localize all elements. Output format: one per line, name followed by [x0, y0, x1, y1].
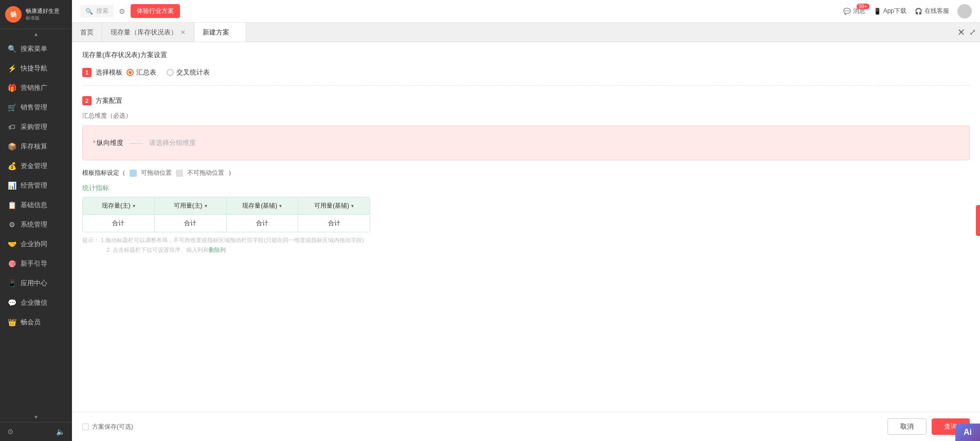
step2-title: 方案配置 [96, 96, 122, 105]
template-radio-group: 汇总表 交叉统计表 [126, 68, 210, 77]
step1-divider [82, 85, 970, 86]
app-name: 畅康通好生意 [26, 7, 60, 15]
topbar-gear-icon[interactable]: ⚙ [119, 7, 125, 15]
undraggable-badge [176, 170, 183, 177]
system-icon: ⚙ [7, 220, 16, 229]
stats-table: 现存量(主) ▾ 可用量(主) ▾ 现存量(基辅) ▾ [82, 197, 370, 232]
stats-col-1[interactable]: 现存量(主) ▾ [83, 197, 155, 214]
radio-summary[interactable]: 汇总表 [126, 68, 156, 77]
stats-col-3[interactable]: 现存量(基辅) ▾ [227, 197, 299, 214]
tab-home-label: 首页 [80, 28, 94, 37]
required-mark: * [93, 139, 96, 146]
sidebar-scroll-up[interactable]: ▲ [0, 29, 72, 39]
sidebar-item-inventory[interactable]: 📦 库存核算 [0, 137, 72, 156]
sidebar-item-purchase-label: 采购管理 [21, 122, 47, 132]
settings-icon[interactable]: ⚙ [7, 428, 14, 436]
sidebar-scroll-down[interactable]: ▼ [0, 412, 72, 422]
tab-home[interactable]: 首页 [72, 23, 102, 42]
stats-table-header: 现存量(主) ▾ 可用量(主) ▾ 现存量(基辅) ▾ [83, 197, 370, 214]
sidebar-logo: 畅 畅康通好生意 标准版 [0, 0, 72, 29]
dim-placeholder: 请选择分组维度 [149, 138, 196, 148]
tab-new-plan-label: 新建方案 [203, 28, 229, 37]
sidebar-item-system-label: 系统管理 [21, 220, 47, 229]
enterprise-icon: 🤝 [7, 240, 16, 249]
undraggable-label: 不可拖动位置 [187, 169, 224, 177]
stats-col-4[interactable]: 可用量(基辅) ▾ [298, 197, 370, 214]
sidebar-item-sales[interactable]: 🛒 销售管理 [0, 98, 72, 117]
sidebar-item-appcenter-label: 应用中心 [21, 279, 47, 288]
tip-line-1: 提示： 1.拖动标题栏可以调整布局，不可跨维度或指标区域拖动栏目字段(只能在同一… [82, 236, 970, 244]
tab-new-plan-close-icon[interactable]: ✕ [232, 29, 238, 36]
user-avatar[interactable] [957, 4, 972, 19]
sidebar-item-system[interactable]: ⚙ 系统管理 [0, 215, 72, 234]
col2-chevron-icon: ▾ [205, 203, 207, 209]
sidebar-item-sales-label: 销售管理 [21, 103, 47, 112]
col3-chevron-icon: ▾ [279, 203, 282, 209]
sidebar-item-quicknav[interactable]: ⚡ 快捷导航 [0, 59, 72, 78]
step2-header: 2 方案配置 [82, 96, 970, 105]
content-inner: 现存量(库存状况表)方案设置 1 选择模板 汇总表 交叉统计表 [72, 42, 980, 412]
modal-close-button[interactable]: ✕ [957, 27, 965, 38]
tip-highlight: 删除列 [209, 247, 226, 253]
page-title: 现存量(库存状况表)方案设置 [82, 50, 970, 60]
sidebar-item-basicinfo[interactable]: 📋 基础信息 [0, 195, 72, 215]
step2-section: 2 方案配置 汇总维度（必选） * 纵向维度 —— 请选择分组维度 [82, 96, 970, 254]
dimension-config: 汇总维度（必选） * 纵向维度 —— 请选择分组维度 [82, 112, 970, 160]
sidebar-item-operation-label: 经营管理 [21, 181, 47, 190]
online-service-item[interactable]: 🎧 在线客服 [915, 7, 949, 15]
modal-expand-button[interactable]: ⤢ [969, 27, 976, 37]
sidebar-item-member-label: 畅会员 [21, 318, 41, 327]
sales-icon: 🛒 [7, 103, 16, 112]
content-area: 现存量(库存状况表)方案设置 1 选择模板 汇总表 交叉统计表 [72, 42, 980, 441]
radio-summary-circle [126, 69, 134, 76]
search-icon: 🔍 [85, 8, 93, 15]
sound-icon[interactable]: 🔈 [56, 428, 65, 436]
stats-cell-1-1: 合计 [83, 215, 155, 232]
basicinfo-icon: 📋 [7, 200, 16, 210]
topbar: 🔍 搜索 ⚙ 体验行业方案 💬 消息 99+ 📱 App下载 🎧 在线客服 [72, 0, 980, 23]
step1-section: 1 选择模板 汇总表 交叉统计表 [82, 68, 970, 86]
inventory-icon: 📦 [7, 142, 16, 151]
radio-cross-label: 交叉统计表 [176, 68, 210, 77]
sidebar-item-purchase[interactable]: 🏷 采购管理 [0, 117, 72, 137]
sidebar-item-wechat[interactable]: 💬 企业微信 [0, 293, 72, 313]
stats-col-1-label: 现存量(主) [102, 201, 131, 210]
col1-chevron-icon: ▾ [133, 203, 135, 209]
sidebar-item-search[interactable]: 🔍 搜索菜单 [0, 39, 72, 59]
topbar-right: 💬 消息 99+ 📱 App下载 🎧 在线客服 [843, 4, 972, 19]
sidebar-item-basicinfo-label: 基础信息 [21, 200, 47, 210]
industry-plan-button[interactable]: 体验行业方案 [131, 4, 180, 18]
topbar-search[interactable]: 🔍 搜索 [80, 5, 114, 17]
sidebar-item-newguide[interactable]: 🎯 新手引导 [0, 254, 72, 273]
sidebar-item-enterprise[interactable]: 🤝 企业协同 [0, 234, 72, 254]
tab-new-plan[interactable]: 新建方案 ✕ [194, 23, 246, 42]
sidebar-item-operation[interactable]: 📊 经营管理 [0, 176, 72, 195]
step1-num: 1 [82, 68, 92, 77]
tab-inventory-close-icon[interactable]: ✕ [180, 29, 186, 36]
sidebar-footer: ⚙ 🔈 [0, 422, 72, 441]
save-checkbox[interactable]: 方案保存(可选) [82, 422, 133, 431]
app-download-item[interactable]: 📱 App下载 [874, 7, 906, 15]
sidebar-item-appcenter[interactable]: 📱 应用中心 [0, 273, 72, 293]
stats-col-2[interactable]: 可用量(主) ▾ [155, 197, 227, 214]
sidebar-item-newguide-label: 新手引导 [21, 259, 47, 268]
app-edition: 标准版 [26, 15, 60, 22]
sidebar-item-marketing[interactable]: 🎁 营销推广 [0, 78, 72, 98]
dimension-box[interactable]: * 纵向维度 —— 请选择分组维度 [82, 125, 970, 160]
operation-icon: 📊 [7, 181, 16, 190]
sidebar-item-finance[interactable]: 💰 资金管理 [0, 156, 72, 176]
ai-badge[interactable]: Ai [955, 424, 980, 441]
cancel-button[interactable]: 取消 [887, 418, 927, 435]
dimension-config-label: 汇总维度（必选） [82, 112, 970, 120]
search-menu-icon: 🔍 [7, 44, 16, 53]
radio-summary-label: 汇总表 [136, 68, 156, 77]
tab-inventory-status[interactable]: 现存量（库存状况表） ✕ [102, 23, 194, 42]
radio-cross[interactable]: 交叉统计表 [167, 68, 210, 77]
sidebar-item-member[interactable]: 👑 畅会员 [0, 313, 72, 332]
wechat-icon: 💬 [7, 298, 16, 307]
stats-col-4-label: 可用量(基辅) [314, 201, 349, 210]
messages-badge[interactable]: 💬 消息 99+ [843, 7, 865, 15]
stats-cell-1-2: 合计 [155, 215, 227, 232]
stats-cell-1-3: 合计 [227, 215, 299, 232]
save-checkbox-label: 方案保存(可选) [92, 422, 133, 431]
